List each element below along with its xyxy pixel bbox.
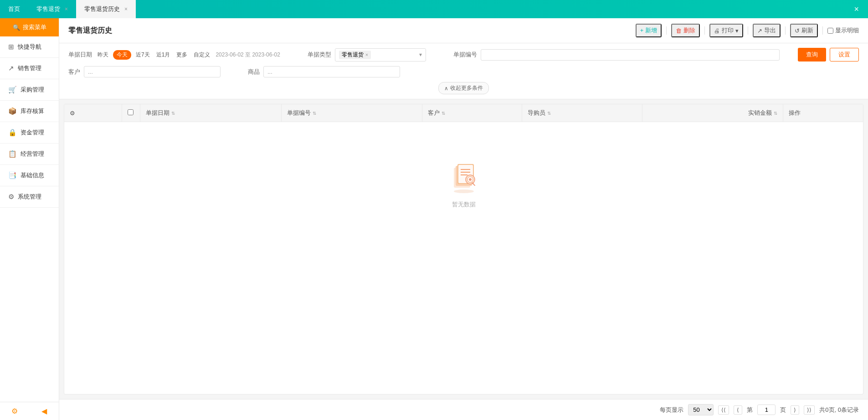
page-size-select[interactable]: 10 20 50 100 xyxy=(688,404,714,415)
th-date-sort[interactable]: 单据日期 ⇅ xyxy=(146,109,275,117)
page-first-button[interactable]: ⟨⟨ xyxy=(718,405,729,415)
date-filter-label: 单据日期 xyxy=(68,51,92,59)
tab-home[interactable]: 首页 xyxy=(0,0,28,18)
refresh-label: 刷新 xyxy=(801,26,813,35)
sidebar-item-finance[interactable]: 🔒 资金管理 xyxy=(0,122,59,143)
sales-icon: ↗ xyxy=(8,64,14,72)
system-icon: ⚙ xyxy=(8,193,14,201)
delete-icon: 🗑 xyxy=(676,27,682,34)
th-amount-label: 实销金额 xyxy=(748,109,772,117)
sidebar-item-system[interactable]: ⚙ 系统管理 xyxy=(0,186,59,208)
sort-amount-icon: ⇅ xyxy=(774,111,777,116)
sidebar-bottom: ⚙ ◀ xyxy=(0,402,59,420)
sidebar-item-sales[interactable]: ↗ 销售管理 xyxy=(0,58,59,79)
tab-retail-return-close[interactable]: × xyxy=(65,6,68,12)
tab-retail-return-history-close[interactable]: × xyxy=(124,6,128,12)
window-close-button[interactable]: × xyxy=(854,5,859,13)
collapse-label: 收起更多条件 xyxy=(450,84,483,92)
sidebar-item-basic-info[interactable]: 📑 基础信息 xyxy=(0,165,59,186)
sidebar-item-purchase-label: 采购管理 xyxy=(21,86,44,94)
pagination-bar: 每页显示 10 20 50 100 ⟨⟨ ⟨ 第 页 ⟩ ⟩⟩ 共0页, 0条记… xyxy=(59,399,868,420)
page-title-row: 零售退货历史 + 新增 🗑 删除 🖨 打印 ▾ xyxy=(68,24,859,37)
date-btn-today[interactable]: 今天 xyxy=(113,50,131,60)
empty-state: 暂无数据 xyxy=(64,122,863,245)
sidebar-item-basic-info-label: 基础信息 xyxy=(21,171,44,179)
customer-ellipsis: ... xyxy=(88,68,93,75)
th-number-sort[interactable]: 单据编号 ⇅ xyxy=(287,109,416,117)
sidebar-item-shortcuts[interactable]: ⊞ 快捷导航 xyxy=(0,36,59,58)
date-btn-yesterday[interactable]: 昨天 xyxy=(96,50,110,60)
sidebar-item-inventory[interactable]: 📦 库存核算 xyxy=(0,101,59,122)
th-customer-label: 客户 xyxy=(428,109,440,117)
date-btn-1month[interactable]: 近1月 xyxy=(154,50,172,60)
customer-select[interactable]: ... xyxy=(84,66,221,77)
voucher-number-input[interactable] xyxy=(481,49,780,61)
refresh-button[interactable]: ↺ 刷新 xyxy=(790,24,818,37)
th-customer-sort[interactable]: 客户 ⇅ xyxy=(428,109,516,117)
export-icon: ↗ xyxy=(757,27,762,34)
voucher-type-tag-text: 零售退货 xyxy=(342,51,364,59)
sidebar-item-sales-label: 销售管理 xyxy=(18,64,41,72)
display-detail-input[interactable] xyxy=(827,28,833,34)
voucher-type-tag-close[interactable]: × xyxy=(365,52,368,57)
sidebar-settings-button[interactable]: ⚙ xyxy=(0,402,30,420)
th-guide: 导购员 ⇅ xyxy=(522,104,642,122)
settings-button[interactable]: 设置 xyxy=(830,48,859,61)
date-shortcuts: 昨天 今天 近7天 近1月 更多 自定义 xyxy=(96,50,212,60)
voucher-type-select[interactable]: 零售退货 × ▾ xyxy=(335,48,426,61)
th-amount-sort[interactable]: 实销金额 ⇅ xyxy=(648,109,777,117)
filter-area: 单据日期 昨天 今天 近7天 近1月 更多 自定义 2023-06-02 至 2… xyxy=(59,43,868,99)
print-arrow-icon: ▾ xyxy=(735,27,739,34)
sidebar-item-management[interactable]: 📋 经营管理 xyxy=(0,143,59,165)
th-action: 操作 xyxy=(783,104,863,122)
th-date-label: 单据日期 xyxy=(146,109,169,117)
date-btn-7days[interactable]: 近7天 xyxy=(134,50,152,60)
divider-1 xyxy=(666,26,667,35)
action-buttons: 查询 设置 xyxy=(798,48,859,61)
divider-4 xyxy=(785,26,786,35)
th-checkbox[interactable] xyxy=(122,104,140,122)
collapse-icon: ∧ xyxy=(444,85,448,92)
print-icon: 🖨 xyxy=(714,27,720,34)
sort-customer-icon: ⇅ xyxy=(442,111,445,116)
page-number-input[interactable] xyxy=(757,405,776,415)
date-btn-more[interactable]: 更多 xyxy=(175,50,189,60)
display-detail-checkbox[interactable]: 显示明细 xyxy=(827,26,859,35)
sidebar-item-inventory-label: 库存核算 xyxy=(21,107,44,115)
data-table: ⚙ 单据日期 ⇅ 单据编号 xyxy=(64,104,863,245)
page-next-button[interactable]: ⟩ xyxy=(791,405,799,415)
sidebar-item-shortcuts-label: 快捷导航 xyxy=(18,43,41,51)
th-settings[interactable]: ⚙ xyxy=(64,104,122,122)
sidebar-menu-button[interactable]: ◀ xyxy=(30,402,59,420)
svg-point-0 xyxy=(454,190,474,193)
sidebar-item-purchase[interactable]: 🛒 采购管理 xyxy=(0,79,59,101)
export-button[interactable]: ↗ 导出 xyxy=(753,24,781,37)
th-date: 单据日期 ⇅ xyxy=(140,104,281,122)
divider-3 xyxy=(748,26,748,35)
delete-button[interactable]: 🗑 删除 xyxy=(671,24,700,37)
tab-retail-return-history-label: 零售退货历史 xyxy=(84,5,120,13)
date-btn-custom[interactable]: 自定义 xyxy=(192,50,212,60)
query-button[interactable]: 查询 xyxy=(798,48,826,61)
page-last-button[interactable]: ⟩⟩ xyxy=(804,405,815,415)
voucher-number-filter: 单据编号 xyxy=(453,49,780,61)
shortcuts-icon: ⊞ xyxy=(8,43,14,51)
table-area: ⚙ 单据日期 ⇅ 单据编号 xyxy=(64,104,863,394)
th-guide-sort[interactable]: 导购员 ⇅ xyxy=(528,109,637,117)
select-all-checkbox[interactable] xyxy=(128,109,134,115)
goods-select[interactable]: ... xyxy=(263,66,400,77)
print-button[interactable]: 🖨 打印 ▾ xyxy=(709,24,743,37)
sidebar-search-label: 搜索菜单 xyxy=(23,23,46,31)
goods-filter: 商品 ... xyxy=(248,66,400,77)
empty-text: 暂无数据 xyxy=(452,200,476,209)
tab-retail-return-label: 零售退货 xyxy=(36,5,60,13)
tab-retail-return[interactable]: 零售退货 × xyxy=(28,0,76,18)
tab-retail-return-history[interactable]: 零售退货历史 × xyxy=(76,0,136,18)
voucher-type-tag: 零售退货 × xyxy=(339,51,371,59)
page-prev-button[interactable]: ⟨ xyxy=(734,405,742,415)
sidebar-search[interactable]: 🔍 搜索菜单 xyxy=(0,18,59,36)
new-button[interactable]: + 新增 xyxy=(636,24,662,37)
voucher-type-label: 单据类型 xyxy=(308,51,331,59)
collapse-button[interactable]: ∧ 收起更多条件 xyxy=(438,82,489,94)
total-info: 共0页, 0条记录 xyxy=(819,406,859,414)
